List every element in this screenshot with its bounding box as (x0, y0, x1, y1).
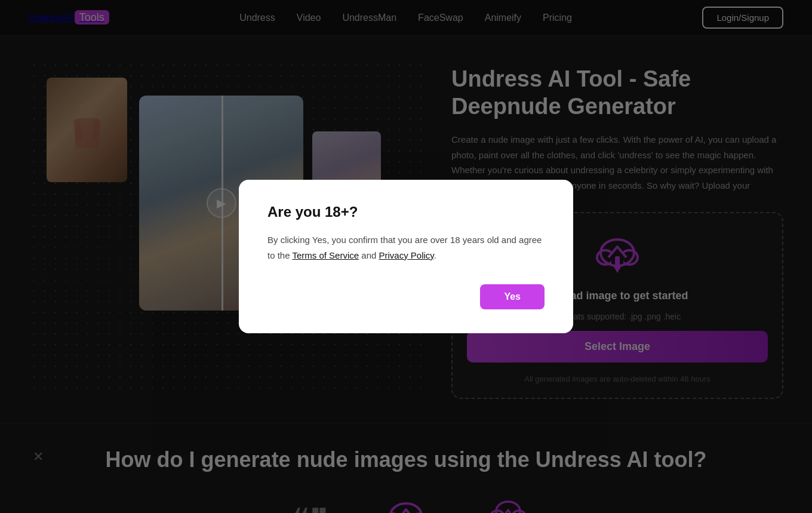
privacy-policy-link[interactable]: Privacy Policy (379, 250, 434, 260)
terms-of-service-link[interactable]: Terms of Service (292, 250, 359, 260)
age-verification-modal: Are you 18+? By clicking Yes, you confir… (239, 180, 573, 333)
modal-overlay: Are you 18+? By clicking Yes, you confir… (0, 0, 812, 513)
modal-yes-button[interactable]: Yes (480, 284, 545, 309)
modal-title: Are you 18+? (267, 204, 545, 220)
modal-body: By clicking Yes, you confirm that you ar… (267, 232, 545, 263)
